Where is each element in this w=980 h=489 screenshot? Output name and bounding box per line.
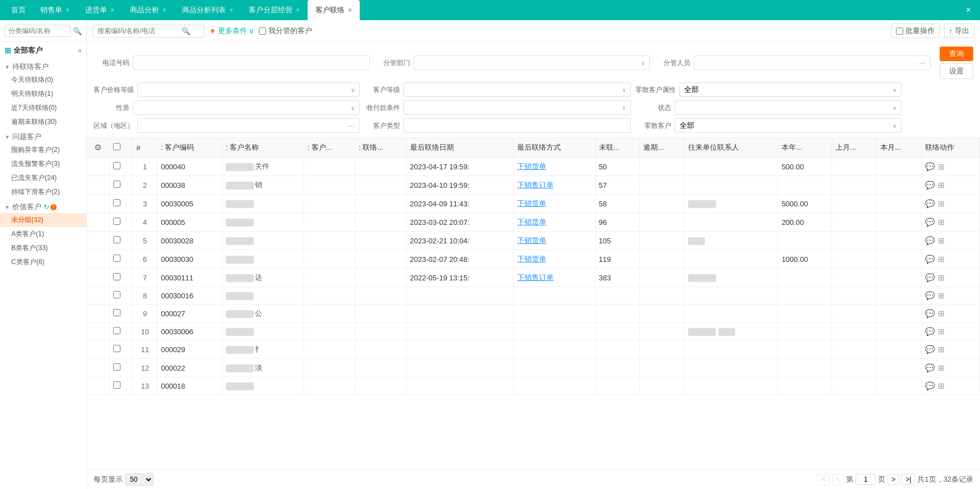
export-btn[interactable]: ↑ 导出 [944, 24, 975, 38]
settings-icon[interactable]: ⚙ [94, 142, 101, 152]
refresh-icon[interactable]: ↻ [44, 203, 49, 211]
chat-icon[interactable]: 💬 [925, 345, 935, 354]
sidebar-item-class-a[interactable]: A类客户(1) [0, 227, 86, 241]
chat-icon[interactable]: 💬 [925, 255, 935, 264]
grid-action-icon[interactable]: ⊞ [938, 162, 945, 171]
select-all-checkbox[interactable] [113, 143, 120, 150]
manager-input[interactable]: ··· [694, 56, 931, 70]
grid-action-icon[interactable]: ⊞ [938, 181, 945, 190]
sidebar-item-abnormal[interactable]: 囤购异常客户(2) [0, 143, 86, 157]
grid-action-icon[interactable]: ⊞ [938, 309, 945, 318]
row-checkbox[interactable] [113, 255, 120, 262]
sidebar-item-ungrouped[interactable]: 未分组(32) [0, 213, 86, 227]
col-last-date[interactable]: 最后联络日期 [406, 138, 513, 158]
reset-btn[interactable]: 设置 [940, 63, 973, 79]
row-checkbox[interactable] [113, 273, 120, 280]
col-unit-contact[interactable]: 往来单位联系人 [685, 138, 778, 158]
close-customer-mgmt-tab[interactable]: × [296, 6, 300, 14]
chat-icon[interactable]: 💬 [925, 181, 935, 190]
col-last-method[interactable]: 最后联络方式 [513, 138, 595, 158]
first-page-btn[interactable]: K [818, 474, 830, 485]
chat-icon[interactable]: 💬 [925, 273, 935, 282]
cell-checkbox[interactable] [109, 176, 133, 195]
grid-action-icon[interactable]: ⊞ [938, 327, 945, 336]
chat-icon[interactable]: 💬 [925, 162, 935, 171]
page-input[interactable] [856, 474, 876, 485]
tab-sales[interactable]: 销售单 × [32, 0, 77, 20]
sidebar-group-value[interactable]: ▼ 价值客户 ↻ ! [0, 199, 86, 213]
col-last-month[interactable]: 上月... [832, 138, 877, 158]
region-input[interactable]: ··· [137, 118, 360, 133]
grid-action-icon[interactable]: ⊞ [938, 345, 945, 354]
cell-checkbox[interactable] [109, 195, 133, 213]
tab-product-list[interactable]: 商品分析列表 × [174, 0, 241, 20]
tab-customer-contact[interactable]: 客户联络 × [308, 0, 360, 20]
cell-checkbox[interactable] [109, 250, 133, 269]
customer-level-select[interactable]: ∨ [403, 82, 630, 97]
close-purchase-tab[interactable]: × [110, 6, 114, 14]
cell-checkbox[interactable] [109, 340, 133, 359]
chat-icon[interactable]: 💬 [925, 381, 935, 390]
next-page-btn[interactable]: > [888, 474, 899, 485]
col-name[interactable]: : 客户名称 [222, 138, 304, 158]
batch-checkbox[interactable] [896, 27, 903, 35]
grid-action-icon[interactable]: ⊞ [938, 273, 945, 282]
col-checkbox[interactable] [109, 138, 133, 158]
status-select[interactable]: ∨ [675, 100, 902, 115]
close-product-analysis-tab[interactable]: × [162, 6, 166, 14]
home-tab[interactable]: 首页 [4, 0, 32, 20]
grid-action-icon[interactable]: ⊞ [938, 199, 945, 208]
sidebar-search-icon[interactable]: 🔍 [73, 27, 82, 35]
price-level-select[interactable]: ∨ [137, 82, 360, 97]
row-checkbox[interactable] [113, 363, 120, 371]
sidebar-group-pending[interactable]: ▼ 待联络客户 [0, 59, 86, 73]
nature-select[interactable]: ∨ [133, 100, 360, 115]
grid-action-icon[interactable]: ⊞ [938, 381, 945, 390]
payment-select[interactable]: ∨ [403, 100, 630, 115]
sidebar-item-today[interactable]: 今天待联络(0) [0, 73, 86, 87]
sidebar-item-lost[interactable]: 已流失客户(24) [0, 171, 86, 185]
grid-action-icon[interactable]: ⊞ [938, 218, 945, 227]
col-this-month[interactable]: 本月... [876, 138, 921, 158]
batch-op-btn[interactable]: 批量操作 [891, 24, 940, 38]
col-type[interactable]: : 客户... [304, 138, 355, 158]
filter-search-input[interactable] [97, 27, 182, 35]
search-btn[interactable]: 查询 [940, 47, 973, 61]
my-customers-filter[interactable]: 我分管的客户 [259, 26, 312, 36]
sidebar-item-tomorrow[interactable]: 明天待联络(1) [0, 87, 86, 101]
sidebar-item-overdue[interactable]: 逾期未联络(30) [0, 115, 86, 129]
chat-icon[interactable]: 💬 [925, 199, 935, 208]
chat-icon[interactable]: 💬 [925, 236, 935, 245]
col-overdue[interactable]: 逾期... [640, 138, 685, 158]
cell-checkbox[interactable] [109, 269, 133, 287]
tab-product-analysis[interactable]: 商品分析 × [122, 0, 174, 20]
grid-action-icon[interactable]: ⊞ [938, 363, 945, 372]
cell-checkbox[interactable] [109, 323, 133, 340]
sidebar-item-declining[interactable]: 持续下滑客户(2) [0, 185, 86, 199]
sidebar-collapse-icon[interactable]: « [78, 47, 82, 54]
grid-action-icon[interactable]: ⊞ [938, 236, 945, 245]
row-checkbox[interactable] [113, 345, 120, 352]
dept-select[interactable]: ∨ [414, 56, 651, 70]
close-sales-tab[interactable]: × [66, 6, 69, 14]
chat-icon[interactable]: 💬 [925, 218, 935, 227]
row-checkbox[interactable] [113, 236, 120, 243]
col-contact[interactable]: : 联络... [355, 138, 406, 158]
per-page-select[interactable]: 50 100 200 [125, 473, 154, 486]
row-checkbox[interactable] [113, 327, 120, 334]
retail-customer-select[interactable]: 全部∨ [675, 118, 902, 133]
cell-checkbox[interactable] [109, 213, 133, 232]
col-action[interactable]: 联络动作 [921, 138, 979, 158]
col-uncontacted[interactable]: 未联... [595, 138, 640, 158]
close-customer-contact-tab[interactable]: × [348, 6, 352, 14]
col-settings[interactable]: ⚙ [87, 138, 109, 158]
sidebar-item-7days[interactable]: 近7天待联络(0) [0, 101, 86, 115]
row-checkbox[interactable] [113, 218, 120, 225]
grid-action-icon[interactable]: ⊞ [938, 255, 945, 264]
chat-icon[interactable]: 💬 [925, 327, 935, 336]
chat-icon[interactable]: 💬 [925, 291, 935, 300]
cell-checkbox[interactable] [109, 232, 133, 250]
prev-page-btn[interactable]: < [832, 474, 844, 485]
row-checkbox[interactable] [113, 199, 120, 206]
cell-checkbox[interactable] [109, 377, 133, 395]
